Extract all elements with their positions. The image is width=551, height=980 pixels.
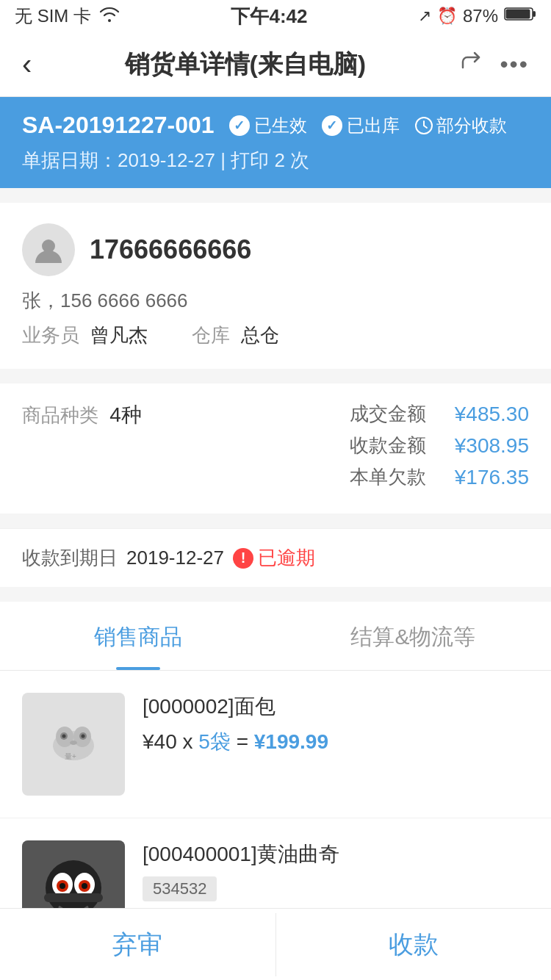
payment-label: 收款金额	[350, 433, 426, 458]
order-date: 单据日期：2019-12-27 | 打印 2 次	[22, 148, 529, 173]
battery-label: 87%	[463, 6, 498, 26]
salesperson-value: 曾凡杰	[90, 324, 148, 346]
check-icon-2: ✓	[322, 115, 342, 136]
tab-settlement[interactable]: 结算&物流等	[276, 602, 551, 670]
collect-payment-button[interactable]: 收款	[276, 913, 552, 976]
battery-icon	[504, 6, 536, 26]
page-title: 销货单详情(来自电脑)	[125, 48, 367, 82]
status-partial-label: 部分收款	[436, 114, 507, 137]
status-shipped: ✓ 已出库	[322, 114, 400, 137]
svg-point-21	[82, 883, 87, 889]
customer-row: 17666666666	[22, 223, 529, 276]
payment-value: ¥308.95	[441, 434, 529, 458]
svg-point-10	[62, 735, 66, 738]
order-header-top: SA-20191227-001 ✓ 已生效 ✓ 已出库 部分收款	[22, 112, 529, 139]
svg-rect-22	[44, 893, 103, 902]
deal-label: 成交金额	[350, 401, 426, 427]
product-price-1: ¥40 x 5袋 = ¥199.99	[143, 728, 529, 756]
salesperson-label: 业务员	[22, 324, 79, 346]
overdue-label: 已逾期	[258, 545, 315, 571]
more-icon[interactable]: •••	[500, 51, 529, 78]
customer-info: 张，156 6666 6666	[22, 288, 529, 314]
debt-label: 本单欠款	[350, 464, 426, 490]
sim-label: 无 SIM 卡	[15, 4, 91, 28]
warehouse-field: 仓库 总仓	[192, 323, 279, 348]
product-info-1: [0000002]面包 ¥40 x 5袋 = ¥199.99	[143, 693, 529, 756]
status-shipped-label: 已出库	[347, 114, 400, 137]
share-icon[interactable]	[458, 50, 482, 79]
salesperson-field: 业务员 曾凡杰	[22, 323, 148, 348]
svg-point-12	[70, 741, 77, 745]
alarm-icon: ⏰	[437, 7, 457, 26]
due-date: 2019-12-27	[126, 547, 224, 569]
svg-text:量+: 量+	[65, 752, 76, 760]
product-thumbnail-1: 量+	[22, 693, 125, 796]
bottom-bar: 弃审 收款	[0, 908, 551, 980]
check-icon-1: ✓	[229, 115, 250, 136]
debt-row: 本单欠款 ¥176.35	[350, 464, 529, 490]
customer-section: 17666666666 张，156 6666 6666 业务员 曾凡杰 仓库 总…	[0, 203, 551, 369]
stats-left: 商品种类 4种	[22, 401, 142, 429]
wifi-icon	[98, 6, 120, 26]
customer-meta: 业务员 曾凡杰 仓库 总仓	[22, 323, 529, 348]
back-button[interactable]: ‹	[22, 48, 32, 81]
stats-right: 成交金额 ¥485.30 收款金额 ¥308.95 本单欠款 ¥176.35	[350, 401, 529, 496]
stats-section: 商品种类 4种 成交金额 ¥485.30 收款金额 ¥308.95 本单欠款 ¥…	[0, 383, 551, 514]
due-label: 收款到期日	[22, 545, 118, 571]
avatar	[22, 223, 75, 276]
warehouse-label: 仓库	[192, 324, 230, 346]
debt-value: ¥176.35	[441, 466, 529, 489]
status-bar-left: 无 SIM 卡	[15, 4, 120, 28]
status-effective: ✓ 已生效	[229, 114, 307, 137]
status-partial: 部分收款	[414, 114, 507, 137]
product-name-1: [0000002]面包	[143, 693, 529, 721]
status-effective-label: 已生效	[254, 114, 307, 137]
order-header: SA-20191227-001 ✓ 已生效 ✓ 已出库 部分收款 单据日期：20…	[0, 97, 551, 188]
svg-rect-2	[505, 10, 530, 19]
location-icon: ↗	[418, 7, 431, 26]
abandon-review-button[interactable]: 弃审	[0, 913, 276, 976]
nav-actions: •••	[458, 50, 529, 79]
customer-name: 17666666666	[90, 234, 251, 265]
nav-bar: ‹ 销货单详情(来自电脑) •••	[0, 32, 551, 97]
category-count: 4种	[109, 403, 142, 426]
product-name-2: [000400001]黄油曲奇	[143, 840, 529, 868]
due-section: 收款到期日 2019-12-27 ! 已逾期	[0, 528, 551, 587]
overdue-badge: ! 已逾期	[233, 545, 315, 571]
product-sku-2: 534532	[143, 876, 217, 901]
svg-point-11	[82, 735, 85, 738]
svg-rect-1	[533, 11, 536, 17]
category-label: 商品种类	[22, 404, 98, 426]
overdue-icon: !	[233, 548, 253, 569]
status-bar: 无 SIM 卡 下午4:42 ↗ ⏰ 87%	[0, 0, 551, 32]
status-bar-time: 下午4:42	[231, 4, 307, 29]
order-id: SA-20191227-001	[22, 112, 215, 139]
warehouse-value: 总仓	[241, 324, 279, 346]
deal-value: ¥485.30	[441, 403, 529, 426]
svg-point-20	[60, 883, 65, 889]
deal-row: 成交金额 ¥485.30	[350, 401, 529, 427]
payment-row: 收款金额 ¥308.95	[350, 433, 529, 458]
tab-sales-products[interactable]: 销售商品	[0, 602, 276, 670]
table-row: 量+ [0000002]面包 ¥40 x 5袋 = ¥199.99	[0, 671, 551, 818]
tabs-bar: 销售商品 结算&物流等	[0, 602, 551, 671]
status-bar-right: ↗ ⏰ 87%	[418, 6, 536, 26]
